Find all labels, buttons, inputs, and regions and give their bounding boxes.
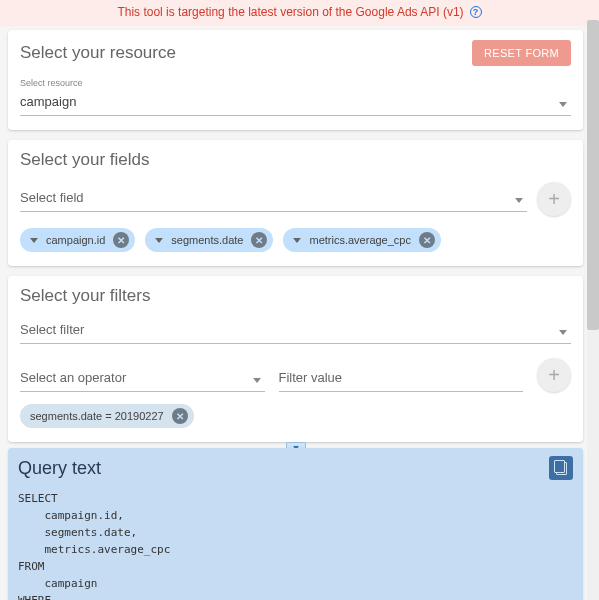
chip-label: metrics.average_cpc	[309, 234, 411, 246]
filters-card: Select your filters + segments.date = 20…	[8, 276, 583, 442]
chevron-down-icon	[253, 378, 261, 383]
filters-title: Select your filters	[20, 286, 150, 306]
copy-query-button[interactable]	[549, 456, 573, 480]
resource-field-label: Select resource	[20, 78, 571, 88]
scrollbar-thumb[interactable]	[587, 20, 599, 330]
chevron-down-icon	[559, 330, 567, 335]
field-chip[interactable]: metrics.average_cpc ✕	[283, 228, 441, 252]
field-chip[interactable]: segments.date ✕	[145, 228, 273, 252]
query-title: Query text	[18, 458, 101, 479]
field-input[interactable]	[20, 188, 515, 207]
add-filter-button[interactable]: +	[537, 358, 571, 392]
chip-label: campaign.id	[46, 234, 105, 246]
filter-input[interactable]	[20, 320, 559, 339]
remove-chip-icon[interactable]: ✕	[419, 232, 435, 248]
banner-text: This tool is targeting the latest versio…	[117, 5, 463, 19]
add-field-button[interactable]: +	[537, 182, 571, 216]
resource-title: Select your resource	[20, 43, 176, 63]
resource-select[interactable]	[20, 90, 571, 116]
remove-chip-icon[interactable]: ✕	[251, 232, 267, 248]
resource-card: Select your resource RESET FORM Select r…	[8, 30, 583, 130]
help-icon[interactable]: ?	[470, 6, 482, 18]
remove-chip-icon[interactable]: ✕	[113, 232, 129, 248]
filter-chips: segments.date = 20190227 ✕	[20, 404, 571, 428]
filter-chip[interactable]: segments.date = 20190227 ✕	[20, 404, 194, 428]
chip-label: segments.date	[171, 234, 243, 246]
operator-input[interactable]	[20, 368, 253, 387]
field-select[interactable]	[20, 186, 527, 212]
chevron-down-icon	[155, 238, 163, 243]
chevron-down-icon	[515, 198, 523, 203]
remove-chip-icon[interactable]: ✕	[172, 408, 188, 424]
field-chip[interactable]: campaign.id ✕	[20, 228, 135, 252]
chevron-down-icon	[559, 102, 567, 107]
field-chips: campaign.id ✕ segments.date ✕ metrics.av…	[20, 228, 571, 252]
query-card: Query text SELECT campaign.id, segments.…	[8, 448, 583, 600]
reset-form-button[interactable]: RESET FORM	[472, 40, 571, 66]
filter-value-field[interactable]	[279, 366, 524, 392]
vertical-scrollbar[interactable]	[587, 20, 599, 600]
main-scroll: Select your resource RESET FORM Select r…	[0, 20, 587, 600]
operator-select[interactable]	[20, 366, 265, 392]
chevron-down-icon	[293, 238, 301, 243]
filter-select[interactable]	[20, 318, 571, 344]
resource-input[interactable]	[20, 92, 559, 111]
copy-icon	[556, 462, 567, 475]
fields-title: Select your fields	[20, 150, 149, 170]
query-text[interactable]: SELECT campaign.id, segments.date, metri…	[18, 490, 573, 600]
fields-card: Select your fields + campaign.id ✕ segme…	[8, 140, 583, 266]
chip-label: segments.date = 20190227	[30, 410, 164, 422]
filter-value-input[interactable]	[279, 368, 524, 387]
chevron-down-icon	[30, 238, 38, 243]
